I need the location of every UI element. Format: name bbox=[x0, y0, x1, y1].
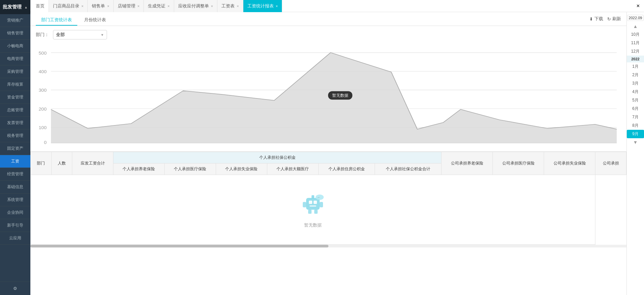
month-item-dec[interactable]: 12月 bbox=[627, 47, 644, 56]
empty-state-icon: ··· bbox=[299, 191, 326, 218]
month-item-apr[interactable]: 4月 bbox=[627, 88, 644, 96]
month-item-mar[interactable]: 3月 bbox=[627, 79, 644, 88]
month-item-jun[interactable]: 6月 bbox=[627, 105, 644, 113]
tab-close-2[interactable]: × bbox=[107, 4, 109, 8]
svg-rect-15 bbox=[314, 201, 317, 204]
filter-dept-label: 部门： bbox=[36, 32, 49, 38]
tab-1[interactable]: 门店商品目录× bbox=[49, 0, 88, 12]
tab-monthly-stats[interactable]: 月份统计表 bbox=[79, 15, 111, 26]
svg-rect-13 bbox=[306, 198, 320, 210]
tab-6[interactable]: 工资表× bbox=[217, 0, 243, 12]
sidebar-item-经营管理[interactable]: 经营管理 bbox=[0, 168, 30, 181]
svg-text:···: ··· bbox=[318, 196, 320, 199]
svg-rect-17 bbox=[312, 195, 314, 199]
sidebar-item-基础信息[interactable]: 基础信息 bbox=[0, 181, 30, 194]
svg-text:400: 400 bbox=[39, 69, 47, 74]
svg-rect-16 bbox=[310, 205, 316, 207]
sidebar-collapse-icon: ▲ bbox=[24, 5, 28, 9]
table-area[interactable]: 部门 人数 应发工资合计 个人承担社保公积金 公司承担养老保险 公司承担医疗保险… bbox=[30, 151, 626, 295]
tab-close-6[interactable]: × bbox=[237, 4, 239, 8]
tab-department-stats[interactable]: 部门工资统计表 bbox=[36, 15, 77, 26]
svg-text:100: 100 bbox=[39, 125, 47, 130]
svg-point-22 bbox=[316, 195, 324, 200]
dept-select[interactable]: 全部 ▼ bbox=[53, 30, 107, 39]
col-headcount: 人数 bbox=[51, 152, 72, 175]
sidebar-item-工资[interactable]: 工资 bbox=[0, 155, 30, 168]
tab-5[interactable]: 应收应付调整单× bbox=[174, 0, 217, 12]
sidebar-item-电商管理[interactable]: 电商管理 bbox=[0, 53, 30, 65]
tab-bar: 首页门店商品目录×销售单×店铺管理×生成凭证×应收应付调整单×工资表×工资统计报… bbox=[30, 0, 644, 12]
sidebar-item-营销推广[interactable]: 营销推广 bbox=[0, 14, 30, 27]
month-item-feb[interactable]: 2月 bbox=[627, 71, 644, 79]
svg-rect-19 bbox=[320, 202, 323, 207]
close-all-button[interactable]: ✕ bbox=[634, 3, 643, 8]
tab-3[interactable]: 店铺管理× bbox=[114, 0, 144, 12]
tab-close-1[interactable]: × bbox=[81, 4, 83, 8]
download-label: 下载 bbox=[594, 16, 603, 22]
month-item-sep[interactable]: 9月 bbox=[627, 130, 644, 138]
sidebar-item-固定资产[interactable]: 固定资产 bbox=[0, 142, 30, 155]
dept-select-arrow: ▼ bbox=[101, 33, 104, 37]
time-panel-up-btn[interactable]: ▲ bbox=[632, 22, 640, 30]
tab-close-5[interactable]: × bbox=[211, 4, 213, 8]
sub-tab-bar: 部门工资统计表 月份统计表 ⬇ 下载 ↻ 刷新 bbox=[30, 12, 626, 26]
refresh-icon: ↻ bbox=[607, 17, 611, 22]
refresh-label: 刷新 bbox=[612, 16, 621, 22]
month-item-aug[interactable]: 8月 bbox=[627, 121, 644, 130]
tab-7[interactable]: 工资统计报表× bbox=[243, 0, 282, 12]
chart-no-data-tooltip: 暂无数据 bbox=[328, 91, 352, 99]
tab-2[interactable]: 销售单× bbox=[88, 0, 113, 12]
month-item-oct[interactable]: 10月 bbox=[627, 30, 644, 39]
download-icon: ⬇ bbox=[589, 17, 593, 22]
month-item-jul[interactable]: 7月 bbox=[627, 113, 644, 121]
sidebar-item-销售管理[interactable]: 销售管理 bbox=[0, 27, 30, 40]
sidebar-item-系统管理[interactable]: 系统管理 bbox=[0, 194, 30, 206]
svg-text:200: 200 bbox=[39, 107, 47, 112]
svg-rect-21 bbox=[314, 210, 318, 214]
col-personal-group: 个人承担社保公积金 bbox=[113, 152, 441, 164]
svg-rect-20 bbox=[308, 210, 312, 214]
col-company-other: 公司承担 bbox=[595, 152, 626, 175]
svg-rect-18 bbox=[303, 202, 306, 207]
month-item-nov[interactable]: 11月 bbox=[627, 39, 644, 47]
sidebar-item-云应用[interactable]: 云应用 bbox=[0, 232, 30, 245]
chart-area: 500 400 300 200 100 0 bbox=[30, 43, 626, 151]
svg-text:300: 300 bbox=[39, 88, 47, 93]
tab-close-7[interactable]: × bbox=[276, 4, 278, 8]
horizontal-scrollbar[interactable] bbox=[30, 245, 626, 247]
tab-close-4[interactable]: × bbox=[167, 4, 169, 8]
sidebar-header[interactable]: 批发管理 ▲ bbox=[0, 0, 30, 14]
sidebar-item-新手引导[interactable]: 新手引导 bbox=[0, 219, 30, 232]
data-table: 部门 人数 应发工资合计 个人承担社保公积金 公司承担养老保险 公司承担医疗保险… bbox=[30, 152, 626, 245]
tab-0[interactable]: 首页 bbox=[32, 0, 49, 12]
sidebar-settings-icon[interactable]: ⚙ bbox=[0, 282, 30, 295]
tab-close-3[interactable]: × bbox=[137, 4, 139, 8]
svg-text:0: 0 bbox=[44, 140, 47, 145]
col-dept: 部门 bbox=[31, 152, 52, 175]
content-area: 部门工资统计表 月份统计表 ⬇ 下载 ↻ 刷新 部门： bbox=[30, 12, 644, 295]
sidebar-item-库存核算[interactable]: 库存核算 bbox=[0, 78, 30, 91]
sidebar-item-企业协同[interactable]: 企业协同 bbox=[0, 206, 30, 219]
scrollbar-thumb[interactable] bbox=[30, 245, 328, 247]
filter-row: 部门： 全部 ▼ bbox=[30, 26, 626, 43]
col-personal-pension: 个人承担养老保险 bbox=[113, 164, 164, 175]
col-personal-unemploy: 个人承担失业保险 bbox=[216, 164, 267, 175]
year-2022-label[interactable]: 2022 bbox=[627, 56, 644, 62]
svg-text:500: 500 bbox=[39, 51, 47, 56]
current-year-label[interactable]: 2022.09 bbox=[627, 15, 644, 21]
sidebar-item-采购管理[interactable]: 采购管理 bbox=[0, 65, 30, 78]
sub-tabs: 部门工资统计表 月份统计表 bbox=[36, 15, 111, 26]
month-item-may[interactable]: 5月 bbox=[627, 96, 644, 105]
download-button[interactable]: ⬇ 下载 bbox=[589, 16, 603, 22]
sidebar-item-税务管理[interactable]: 税务管理 bbox=[0, 129, 30, 142]
main-area: 首页门店商品目录×销售单×店铺管理×生成凭证×应收应付调整单×工资表×工资统计报… bbox=[30, 0, 644, 295]
sidebar-item-资金管理[interactable]: 资金管理 bbox=[0, 91, 30, 104]
tab-4[interactable]: 生成凭证× bbox=[144, 0, 174, 12]
time-panel-down-btn[interactable]: ▼ bbox=[632, 138, 640, 146]
refresh-button[interactable]: ↻ 刷新 bbox=[607, 16, 621, 22]
table-empty-row: ··· 暂无数据 bbox=[31, 175, 626, 245]
sidebar-item-小畅电商[interactable]: 小畅电商 bbox=[0, 40, 30, 53]
month-item-jan[interactable]: 1月 bbox=[627, 62, 644, 71]
sidebar-item-总账管理[interactable]: 总账管理 bbox=[0, 104, 30, 117]
sidebar-item-发票管理[interactable]: 发票管理 bbox=[0, 117, 30, 129]
